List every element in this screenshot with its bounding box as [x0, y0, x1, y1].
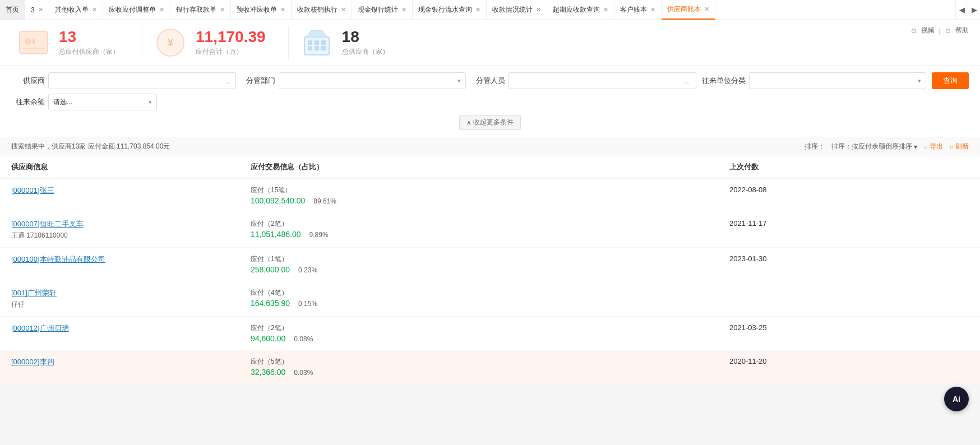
- tx-amount-5[interactable]: 32,366.00: [251, 368, 285, 377]
- nav-tab-3[interactable]: 3 ✕: [25, 0, 49, 20]
- nav-tab-3-label: 3: [31, 6, 35, 14]
- stat-total-suppliers-info: 18 总供应商（家）: [342, 29, 389, 57]
- export-icon: ○: [924, 143, 928, 151]
- help-link[interactable]: 帮助: [955, 26, 969, 35]
- nav-tab-cash-bank-stats-close[interactable]: ✕: [401, 6, 406, 13]
- supplier-input-wrapper[interactable]: ...: [48, 72, 236, 89]
- tx-info-2: 应付（1笔） 258,000.00 0.23%: [251, 254, 729, 274]
- supplier-link-4[interactable]: [000012]广州贝瑞: [11, 323, 251, 333]
- stat-payable-total-label: 应付合计（万）: [196, 47, 266, 57]
- department-label: 分管部门: [242, 76, 275, 86]
- nav-home[interactable]: 首页: [0, 0, 25, 20]
- nav-tab-collection-stats[interactable]: 收款情况统计 ✕: [487, 0, 547, 20]
- nav-tab-advance-offset-close[interactable]: ✕: [280, 6, 285, 13]
- tx-amount-2[interactable]: 258,000.00: [251, 265, 290, 274]
- tx-label-1: 应付（2笔）: [251, 219, 729, 229]
- nav-tab-ar-ap-adjust-close[interactable]: ✕: [159, 6, 164, 13]
- nav-tab-ar-ap-adjust-label: 应收应付调整单: [109, 5, 156, 15]
- nav-tab-ar-ap-adjust[interactable]: 应收应付调整单 ✕: [103, 0, 170, 20]
- supplier-info-2: [000100]本特勤油品有限公司: [11, 254, 251, 265]
- nav-tab-cash-bank-flow-label: 现金银行流水查询: [418, 5, 472, 15]
- tx-amount-3[interactable]: 164,635.90: [251, 299, 290, 308]
- nav-tab-cash-bank-stats[interactable]: 现金银行统计 ✕: [352, 0, 413, 20]
- stat-payable-total-value: 11,170.39: [196, 29, 266, 45]
- tx-info-1: 应付（2笔） 11,051,486.00 9.89%: [251, 219, 729, 239]
- unit-category-select[interactable]: ▾: [749, 72, 927, 89]
- tx-percent-5: 0.03%: [294, 369, 313, 377]
- nav-tab-cash-bank-flow-close[interactable]: ✕: [475, 6, 480, 13]
- last-date-1: 2021-11-17: [729, 219, 969, 228]
- nav-tab-overdue-ar-close[interactable]: ✕: [603, 6, 608, 13]
- manager-input-wrapper[interactable]: ...: [509, 72, 696, 89]
- supplier-link-3[interactable]: [001]广州荣轩: [11, 288, 251, 298]
- total-suppliers-icon: [300, 26, 334, 59]
- nav-tab-customer-ledger-close[interactable]: ✕: [650, 6, 655, 13]
- balance-placeholder: 请选...: [53, 98, 72, 107]
- nav-bar: 首页 3 ✕ 其他收入单 ✕ 应收应付调整单 ✕ 银行存取款单 ✕ 预收冲应收单…: [0, 0, 980, 20]
- search-field-unit-category: 往来单位分类 ▾: [702, 72, 927, 89]
- nav-tab-collection-stats-close[interactable]: ✕: [536, 6, 541, 13]
- svg-rect-11: [315, 46, 319, 50]
- supplier-link-0[interactable]: [000001]张三: [11, 186, 251, 196]
- tx-amount-0[interactable]: 100,092,540.00: [251, 196, 305, 205]
- supplier-input[interactable]: [53, 77, 224, 85]
- supplier-info-0: [000001]张三: [11, 186, 251, 196]
- department-select[interactable]: ▾: [279, 72, 466, 89]
- stat-payable-suppliers-value: 13: [59, 29, 119, 45]
- payable-suppliers-icon: ¥: [17, 26, 50, 59]
- collapse-button[interactable]: ∧ 收起更多条件: [459, 115, 521, 130]
- nav-tab-other-income[interactable]: 其他收入单 ✕: [49, 0, 103, 20]
- supplier-link-2[interactable]: [000100]本特勤油品有限公司: [11, 254, 251, 265]
- supplier-label: 供应商: [11, 76, 45, 86]
- last-date-0: 2022-08-08: [729, 186, 969, 194]
- nav-tab-collection-exec[interactable]: 收款核销执行 ✕: [292, 0, 352, 20]
- nav-tab-bank-deposit[interactable]: 银行存取款单 ✕: [170, 0, 231, 20]
- svg-rect-8: [315, 40, 319, 45]
- balance-select[interactable]: 请选... ▾: [48, 94, 157, 110]
- svg-rect-9: [321, 40, 326, 45]
- tx-percent-4: 0.08%: [294, 335, 313, 343]
- tx-amount-4[interactable]: 94,600.00: [251, 334, 285, 343]
- tx-label-5: 应付（5笔）: [251, 357, 729, 367]
- stat-payable-suppliers-info: 13 总应付供应商（家）: [59, 29, 119, 57]
- supplier-dots: ...: [224, 76, 231, 85]
- manager-input[interactable]: [514, 77, 685, 85]
- nav-tab-collection-exec-close[interactable]: ✕: [341, 6, 346, 13]
- refresh-button[interactable]: ○ 刷新: [950, 142, 969, 151]
- svg-text:¥: ¥: [31, 38, 36, 45]
- nav-tab-advance-offset-label: 预收冲应收单: [237, 5, 277, 15]
- tx-amount-1[interactable]: 11,051,486.00: [251, 230, 301, 239]
- supplier-link-5[interactable]: [000002]李四: [11, 357, 251, 367]
- nav-tab-advance-offset[interactable]: 预收冲应收单 ✕: [231, 0, 292, 20]
- nav-tab-bank-deposit-close[interactable]: ✕: [220, 6, 225, 13]
- export-button[interactable]: ○ 导出: [924, 142, 943, 151]
- nav-tab-overdue-ar[interactable]: 超期应收款查询 ✕: [547, 0, 614, 20]
- table-header: 供应商信息 应付交易信息（占比） 上次付数: [0, 156, 980, 179]
- video-link[interactable]: 视频: [921, 26, 935, 35]
- table-row: [000007]恒旺二手叉车 王通 17106110000 应付（2笔） 11,…: [0, 212, 980, 248]
- supplier-info-1: [000007]恒旺二手叉车 王通 17106110000: [11, 219, 251, 240]
- tx-percent-3: 0.15%: [298, 300, 317, 308]
- nav-tab-supplier-ledger[interactable]: 供应商账本 ✕: [662, 0, 715, 20]
- stat-divider-2: [288, 26, 289, 59]
- nav-tab-other-income-close[interactable]: ✕: [92, 6, 97, 13]
- query-button[interactable]: 查询: [932, 72, 969, 89]
- nav-tab-supplier-ledger-close[interactable]: ✕: [704, 6, 709, 13]
- table-header-supplier: 供应商信息: [11, 162, 251, 172]
- nav-tab-cash-bank-flow[interactable]: 现金银行流水查询 ✕: [413, 0, 487, 20]
- sort-select[interactable]: 排序：按应付余额倒序排序 ▾: [831, 142, 917, 151]
- sort-value: 排序：按应付余额倒序排序: [831, 142, 912, 151]
- collapse-row: ∧ 收起更多条件: [11, 115, 969, 130]
- nav-right-arrow[interactable]: ▶: [968, 0, 980, 20]
- nav-tab-customer-ledger-label: 客户账本: [620, 5, 647, 15]
- nav-left-arrow[interactable]: ◀: [955, 0, 968, 20]
- supplier-link-1[interactable]: [000007]恒旺二手叉车: [11, 219, 251, 229]
- nav-tab-3-close[interactable]: ✕: [38, 6, 43, 13]
- nav-tab-customer-ledger[interactable]: 客户账本 ✕: [614, 0, 662, 20]
- stat-block-payable-total: ¥ 11,170.39 应付合计（万）: [148, 26, 283, 59]
- tx-info-3: 应付（4笔） 164,635.90 0.15%: [251, 288, 729, 308]
- manager-dots: ...: [685, 76, 691, 85]
- department-arrow: ▾: [457, 77, 461, 85]
- balance-label: 往来余额: [11, 97, 45, 107]
- search-field-balance: 往来余额 请选... ▾: [11, 94, 157, 110]
